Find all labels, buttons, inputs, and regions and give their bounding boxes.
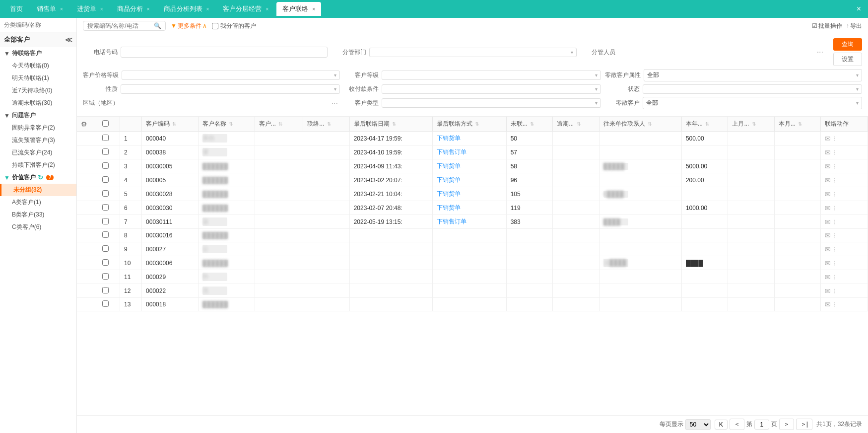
chat-icon[interactable]: ✉ bbox=[825, 162, 831, 170]
chat-icon[interactable]: ✉ bbox=[825, 245, 831, 253]
contact-method-link[interactable]: 下销货单 bbox=[437, 135, 461, 142]
col-not-contacted[interactable]: 未联... ⇅ bbox=[506, 117, 553, 132]
next-page-button[interactable]: ＞ bbox=[779, 419, 794, 430]
contact-method-link[interactable]: 下销货单 bbox=[437, 176, 461, 183]
tab-customer-contact[interactable]: 客户联络 × bbox=[276, 2, 321, 16]
row-checkbox[interactable] bbox=[98, 132, 120, 145]
col-this-month[interactable]: 本月... ⇅ bbox=[774, 117, 821, 132]
col-code[interactable]: 客户编码 ⇅ bbox=[142, 117, 199, 132]
close-sales-icon[interactable]: × bbox=[60, 6, 63, 12]
col-contact[interactable]: 联络... ⇅ bbox=[303, 117, 350, 132]
more-conditions-button[interactable]: ▼ 更多条件 ∧ bbox=[171, 22, 207, 30]
per-page-select[interactable]: 50 100 200 bbox=[685, 419, 711, 430]
more-action-icon[interactable]: ⁝ bbox=[834, 245, 836, 253]
contact-method-link[interactable]: 下销货单 bbox=[437, 190, 461, 197]
group-problem-customers[interactable]: ▼ 问题客户 bbox=[0, 109, 76, 122]
col-name[interactable]: 客户名称 ⇅ bbox=[198, 117, 255, 132]
col-this-year[interactable]: 本年... ⇅ bbox=[681, 117, 728, 132]
row-checkbox[interactable] bbox=[98, 173, 120, 187]
contact-method-link[interactable]: 下销货单 bbox=[437, 162, 461, 169]
row-checkbox[interactable] bbox=[98, 270, 120, 284]
row-checkbox[interactable] bbox=[98, 201, 120, 215]
more-action-icon[interactable]: ⁝ bbox=[834, 148, 836, 156]
chat-icon[interactable]: ✉ bbox=[825, 135, 831, 143]
nature-select[interactable]: ▾ bbox=[121, 84, 340, 94]
sidebar-item-ungrouped[interactable]: 未分组(32) bbox=[0, 184, 76, 196]
more-action-icon[interactable]: ⁝ bbox=[834, 287, 836, 295]
last-page-button[interactable]: ＞| bbox=[796, 419, 812, 430]
tab-customer-layer[interactable]: 客户分层经营 × bbox=[217, 2, 274, 16]
contact-method-link[interactable]: 下销售订单 bbox=[437, 148, 467, 155]
row-checkbox[interactable] bbox=[98, 256, 120, 270]
col-settings[interactable]: ⚙ bbox=[77, 117, 98, 132]
sidebar-item-overdue-pending[interactable]: 逾期未联络(30) bbox=[0, 97, 76, 109]
person-dots[interactable]: ··· bbox=[815, 48, 825, 57]
retail-attr-select[interactable]: 全部 ▾ bbox=[644, 69, 862, 81]
dept-select[interactable]: ▾ bbox=[369, 48, 576, 57]
more-action-icon[interactable]: ⁝ bbox=[834, 162, 836, 170]
col-unit-contact[interactable]: 往来单位联系人 ⇅ bbox=[599, 117, 681, 132]
sidebar-item-churned[interactable]: 已流失客户(24) bbox=[0, 146, 76, 159]
col-last-contact-date[interactable]: 最后联络日期 ⇅ bbox=[349, 117, 432, 132]
chat-icon[interactable]: ✉ bbox=[825, 273, 831, 281]
batch-operation-button[interactable]: ☑ 批量操作 bbox=[812, 22, 842, 30]
payment-select[interactable]: ▾ bbox=[382, 84, 601, 94]
status-select[interactable]: ▾ bbox=[643, 84, 862, 94]
select-all-checkbox[interactable] bbox=[102, 120, 109, 127]
chat-icon[interactable]: ✉ bbox=[825, 287, 831, 295]
sidebar-search-input[interactable] bbox=[4, 21, 77, 28]
col-checkbox[interactable] bbox=[98, 117, 120, 132]
sidebar-item-7days-pending[interactable]: 近7天待联络(0) bbox=[0, 84, 76, 97]
sidebar-item-b-class[interactable]: B类客户(33) bbox=[0, 209, 76, 221]
row-checkbox[interactable] bbox=[98, 242, 120, 256]
sidebar-item-tomorrow-pending[interactable]: 明天待联络(1) bbox=[0, 72, 76, 84]
close-product-analysis-list-icon[interactable]: × bbox=[206, 6, 209, 12]
sidebar-item-a-class[interactable]: A类客户(1) bbox=[0, 196, 76, 209]
search-icon[interactable]: 🔍 bbox=[154, 22, 161, 29]
chat-icon[interactable]: ✉ bbox=[825, 190, 831, 198]
close-customer-contact-icon[interactable]: × bbox=[312, 6, 315, 12]
all-customers-header[interactable]: 全部客户 ≪ bbox=[0, 32, 76, 47]
chat-icon[interactable]: ✉ bbox=[825, 204, 831, 212]
group-value-customers[interactable]: ▼ 价值客户 ↻ 7 bbox=[0, 171, 76, 184]
chat-icon[interactable]: ✉ bbox=[825, 176, 831, 184]
region-dots[interactable]: ··· bbox=[330, 99, 340, 108]
page-input[interactable] bbox=[754, 420, 769, 430]
sidebar-item-declining[interactable]: 持续下滑客户(2) bbox=[0, 159, 76, 171]
chat-icon[interactable]: ✉ bbox=[825, 148, 831, 156]
row-checkbox[interactable] bbox=[98, 145, 120, 159]
more-action-icon[interactable]: ⁝ bbox=[834, 218, 836, 226]
row-checkbox[interactable] bbox=[98, 187, 120, 201]
col-last-month[interactable]: 上月... ⇅ bbox=[728, 117, 775, 132]
group-pending-contact[interactable]: ▼ 待联络客户 bbox=[0, 47, 76, 60]
col-overdue[interactable]: 逾期... ⇅ bbox=[553, 117, 600, 132]
more-action-icon[interactable]: ⁝ bbox=[834, 176, 836, 184]
row-checkbox[interactable] bbox=[98, 215, 120, 229]
tab-sales[interactable]: 销售单 × bbox=[31, 2, 69, 16]
row-checkbox[interactable] bbox=[98, 298, 120, 311]
sidebar-item-c-class[interactable]: C类客户(6) bbox=[0, 221, 76, 233]
contact-method-link[interactable]: 下销售订单 bbox=[437, 218, 467, 225]
my-customer-filter[interactable]: 我分管的客户 bbox=[212, 22, 256, 30]
row-checkbox[interactable] bbox=[98, 159, 120, 173]
sidebar-item-today-pending[interactable]: 今天待联络(0) bbox=[0, 60, 76, 72]
search-input[interactable] bbox=[87, 22, 152, 29]
more-action-icon[interactable]: ⁝ bbox=[834, 190, 836, 198]
sidebar-collapse-icon[interactable]: ≪ bbox=[65, 36, 72, 44]
reset-button[interactable]: 设置 bbox=[833, 53, 862, 66]
more-action-icon[interactable]: ⁝ bbox=[834, 231, 836, 239]
row-checkbox[interactable] bbox=[98, 284, 120, 298]
chat-icon[interactable]: ✉ bbox=[825, 231, 831, 239]
contact-method-link[interactable]: 下销货单 bbox=[437, 204, 461, 211]
tab-product-analysis-list[interactable]: 商品分析列表 × bbox=[158, 2, 215, 16]
tab-home[interactable]: 首页 bbox=[4, 2, 29, 16]
phone-input[interactable] bbox=[121, 47, 328, 58]
first-page-button[interactable]: K bbox=[715, 420, 728, 430]
tab-product-analysis[interactable]: 商品分析 × bbox=[111, 2, 156, 16]
chat-icon[interactable]: ✉ bbox=[825, 259, 831, 267]
sidebar-item-churn-warning[interactable]: 流失预警客户(3) bbox=[0, 134, 76, 146]
customer-type-select[interactable]: ▾ bbox=[382, 98, 601, 108]
col-type[interactable]: 客户... ⇅ bbox=[255, 117, 303, 132]
more-action-icon[interactable]: ⁝ bbox=[834, 259, 836, 267]
chat-icon[interactable]: ✉ bbox=[825, 300, 831, 308]
